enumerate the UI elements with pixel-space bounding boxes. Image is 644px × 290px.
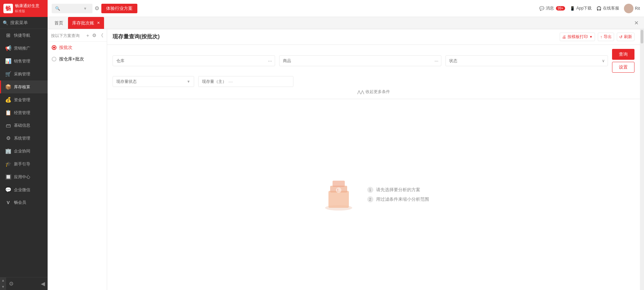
add-scheme-btn[interactable]: ＋ <box>85 33 90 39</box>
warehouse-field[interactable]: 仓库 ··· <box>113 55 275 66</box>
print-dropdown-icon[interactable]: ▼ <box>589 35 593 39</box>
scheme-item-label: 按批次 <box>59 44 72 51</box>
inventory-quantity-label: 现存量（主） <box>202 79 226 85</box>
settings-btn[interactable]: 设置 <box>612 62 634 73</box>
dropdown-icon[interactable]: ▼ <box>83 6 87 11</box>
product-field[interactable]: 商品 ··· <box>279 55 442 66</box>
sidebar-item-purchase[interactable]: 🛒 采购管理 <box>0 68 48 80</box>
search-menu-label: 搜索菜单 <box>10 20 28 26</box>
scroll-up-btn[interactable]: ▲ <box>0 277 6 284</box>
vip-icon: V <box>5 200 11 205</box>
print-label: 按模板打印 <box>567 34 588 40</box>
topbar-search-box[interactable]: 🔍 ▼ <box>52 4 92 13</box>
app-download-group[interactable]: 📱 App下载 <box>570 5 592 11</box>
tip-num-2: 2 <box>367 196 373 202</box>
empty-tip-2: 2 用过滤条件来缩小分析范围 <box>367 196 429 202</box>
search-menu[interactable]: 🔍 搜索菜单 <box>0 17 48 29</box>
topbar-search-input[interactable] <box>62 6 82 11</box>
sidebar-item-operations[interactable]: 📋 经营管理 <box>0 106 48 119</box>
sidebar-item-marketing[interactable]: 📢 营销推广 <box>0 42 48 55</box>
settings-icon[interactable]: ⚙ <box>9 280 14 287</box>
settings-gear-icon[interactable]: ⚙ <box>95 5 99 12</box>
scroll-down-btn[interactable]: ▼ <box>0 284 6 290</box>
tab-home[interactable]: 首页 <box>50 17 67 29</box>
product-input[interactable] <box>294 58 432 63</box>
warehouse-input[interactable] <box>128 58 265 63</box>
empty-tip-1: 1 请先选择要分析的方案 <box>367 187 429 193</box>
scheme-item-by-warehouse-batch[interactable]: 按仓库+批次 <box>48 53 107 65</box>
query-btn[interactable]: 查询 <box>612 49 634 60</box>
sidebar-item-label: 销售管理 <box>14 58 30 64</box>
sidebar-item-inventory[interactable]: 📦 库存核算 <box>0 80 48 93</box>
warehouse-label: 仓库 <box>113 58 128 64</box>
basic-icon: 🗃 <box>5 123 11 128</box>
sidebar-item-label: 营销推广 <box>14 46 30 51</box>
inventory-status-label: 现存量状态 <box>116 79 137 85</box>
app-info: 畅康通好生意 标准版 <box>15 3 39 14</box>
message-icon: 💬 <box>539 6 544 11</box>
sidebar-item-newbie[interactable]: 🎓 新手引导 <box>0 158 48 170</box>
sidebar-footer: ⚙ ◀ <box>6 277 48 290</box>
sidebar: 畅 畅康通好生意 标准版 🔍 搜索菜单 ⊞ 快捷导航 📢 营销推广 📊 销售管理… <box>0 0 48 290</box>
tip-text-2: 用过滤条件来缩小分析范围 <box>376 196 429 202</box>
user-group[interactable]: Rit <box>624 4 640 13</box>
sidebar-item-label: 企业协同 <box>14 148 30 154</box>
messages-label: 消息 <box>546 5 554 11</box>
status-arrow[interactable]: ∨ <box>599 58 608 63</box>
sidebar-item-basic[interactable]: 🗃 基础信息 <box>0 119 48 132</box>
scrollbar-thumb[interactable] <box>641 30 643 43</box>
topbar-left: 🔍 ▼ ⚙ 体验行业方案 <box>52 4 537 13</box>
sidebar-item-sales[interactable]: 📊 销售管理 <box>0 55 48 68</box>
product-dots-btn[interactable]: ··· <box>432 58 441 64</box>
purchase-icon: 🛒 <box>5 71 11 77</box>
status-label: 状态 <box>446 58 461 64</box>
apps-icon: 🔲 <box>5 174 11 180</box>
tab-close-btn[interactable]: ✕ <box>97 21 100 25</box>
collapse-filters-btn[interactable]: ⋀⋀ 收起更多条件 <box>113 87 634 95</box>
svg-rect-1 <box>328 191 349 208</box>
print-btn[interactable]: 🖨 按模板打印 ▼ <box>560 33 595 41</box>
svg-point-4 <box>336 187 341 193</box>
online-service-label: 在线客服 <box>603 5 619 11</box>
tab-inventory-batch[interactable]: 库存批次账 ✕ <box>68 17 104 29</box>
refresh-btn[interactable]: ↺ 刷新 <box>617 33 634 41</box>
service-icon: 🎧 <box>596 6 601 11</box>
quick-nav-icon: ⊞ <box>5 32 11 38</box>
sidebar-item-system[interactable]: ⚙ 系统管理 <box>0 132 48 145</box>
status-input[interactable] <box>461 58 599 63</box>
tabbar: 首页 库存批次账 ✕ ✕ <box>48 17 644 29</box>
inventory-status-field[interactable]: 现存量状态 ▼ <box>113 76 194 87</box>
messages-badge: 99+ <box>556 6 565 11</box>
panel-close-btn[interactable]: ✕ <box>631 20 641 26</box>
sales-icon: 📊 <box>5 58 11 64</box>
messages-group[interactable]: 💬 消息 99+ <box>539 5 565 11</box>
online-service-group[interactable]: 🎧 在线客服 <box>596 5 619 11</box>
collapse-scheme-btn[interactable]: 《 <box>99 33 103 39</box>
sidebar-item-label: 采购管理 <box>14 71 30 77</box>
tab-inventory-batch-label: 库存批次账 <box>72 20 94 26</box>
sidebar-item-enterprise[interactable]: 🏢 企业协同 <box>0 145 48 158</box>
status-field[interactable]: 状态 ∨ <box>445 55 608 66</box>
sidebar-item-wechat[interactable]: 💬 企业微信 <box>0 183 48 196</box>
sidebar-item-finance[interactable]: 💰 资金管理 <box>0 93 48 106</box>
sidebar-scroll: ▲ ▼ <box>0 277 6 290</box>
sidebar-item-quick-nav[interactable]: ⊞ 快捷导航 <box>0 29 48 42</box>
settings-scheme-btn[interactable]: ⚙ <box>92 33 97 39</box>
sidebar-item-label: 库存核算 <box>14 84 30 90</box>
search-icon: 🔍 <box>3 20 8 25</box>
sidebar-item-apps[interactable]: 🔲 应用中心 <box>0 170 48 183</box>
right-scrollbar[interactable] <box>640 29 644 290</box>
warehouse-dots-btn[interactable]: ··· <box>265 58 275 64</box>
scheme-item-by-batch[interactable]: 按批次 <box>48 42 107 53</box>
product-label: 商品 <box>279 58 294 64</box>
collapse-icon[interactable]: ◀ <box>41 280 45 287</box>
collapse-label: 收起更多条件 <box>366 89 390 95</box>
filter-row-1: 仓库 ··· 商品 ··· 状态 ∨ 查询 <box>113 49 634 73</box>
inventory-quantity-field[interactable]: 现存量（主） — <box>198 76 293 87</box>
app-download-label: App下载 <box>576 5 592 11</box>
sidebar-item-label: 快捷导航 <box>14 33 30 38</box>
sidebar-item-vip[interactable]: V 畅会员 <box>0 196 48 209</box>
inventory-status-arrow[interactable]: ▼ <box>187 79 190 84</box>
trial-btn[interactable]: 体验行业方案 <box>101 4 137 13</box>
export-btn[interactable]: ↑ 导出 <box>598 33 614 41</box>
